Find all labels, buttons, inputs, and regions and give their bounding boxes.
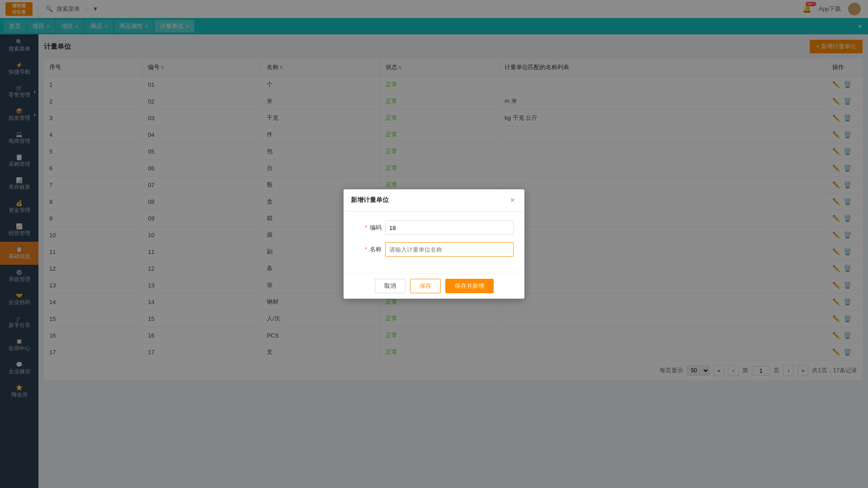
name-input[interactable] (385, 242, 514, 257)
modal-close-button[interactable]: ✕ (508, 196, 517, 205)
form-code-label: * 编码 (354, 224, 382, 232)
save-and-new-button[interactable]: 保存并新增 (445, 279, 494, 293)
modal-title: 新增计量单位 (351, 196, 389, 204)
code-input[interactable] (385, 221, 514, 235)
code-required-star: * (365, 224, 367, 231)
modal-footer: 取消 保存 保存并新增 (344, 273, 524, 299)
cancel-button[interactable]: 取消 (375, 279, 406, 293)
modal-body: * 编码 * 名称 (344, 211, 524, 273)
save-button[interactable]: 保存 (410, 279, 441, 293)
form-item-name: * 名称 (354, 242, 514, 257)
form-name-label: * 名称 (354, 245, 382, 253)
add-measure-unit-modal: 新增计量单位 ✕ * 编码 * 名称 取消 保存 保存并新增 (344, 189, 524, 299)
modal-header: 新增计量单位 ✕ (344, 189, 524, 211)
name-required-star: * (365, 246, 367, 253)
modal-overlay: 新增计量单位 ✕ * 编码 * 名称 取消 保存 保存并新增 (0, 0, 868, 488)
form-item-code: * 编码 (354, 221, 514, 235)
